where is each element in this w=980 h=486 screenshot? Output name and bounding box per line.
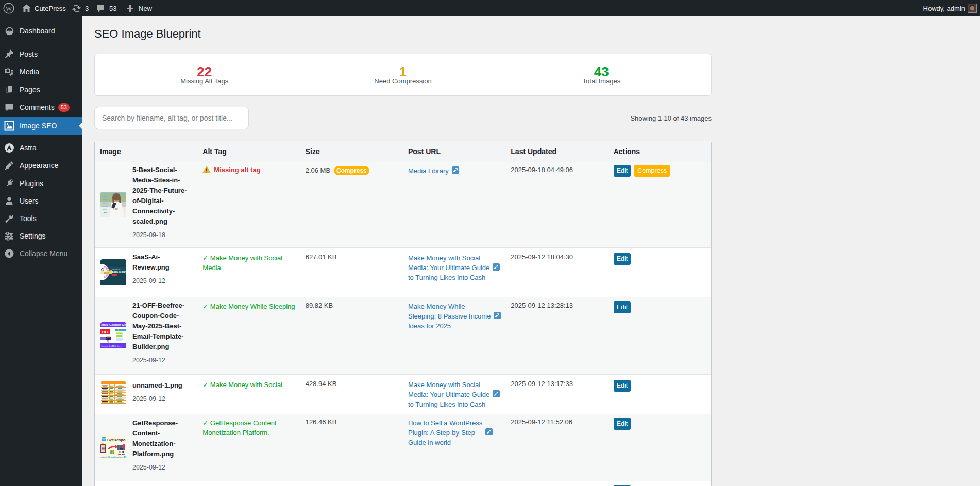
- svg-text:OFF: OFF: [102, 330, 110, 334]
- svg-text:efree Coupon Co: efree Coupon Co: [101, 323, 126, 326]
- svg-text:W: W: [6, 5, 12, 12]
- svg-text:100x: 100x: [104, 271, 109, 274]
- svg-text:30 Days: 30 Days: [114, 345, 121, 347]
- svg-text:ntent Monetization Platfo: ntent Monetization Platfo: [100, 455, 126, 458]
- svg-text:GetResponse: GetResponse: [107, 437, 126, 442]
- svg-text:SaaS Ai Review: SaaS Ai Review: [112, 270, 126, 273]
